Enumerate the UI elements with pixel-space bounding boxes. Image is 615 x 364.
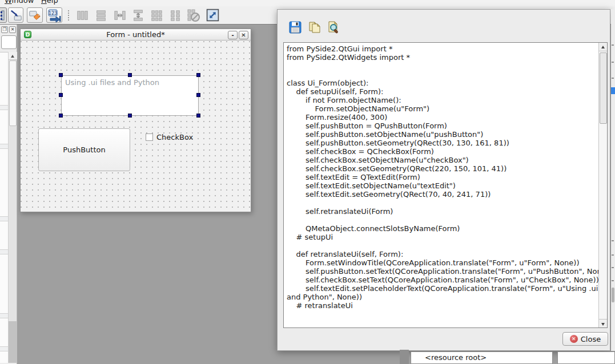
form-titlebar[interactable]: D Form - untitled* - ✕ [21, 29, 251, 41]
form-canvas[interactable]: Using .ui files and Python PushButton Ch… [21, 41, 251, 212]
code-line: class Ui_Form(object): [287, 79, 599, 87]
widget-category-row[interactable] [0, 216, 8, 221]
checkbox-widget[interactable]: CheckBox [146, 133, 193, 141]
edit-widgets-button[interactable] [0, 7, 7, 23]
scroll-up-icon[interactable] [599, 43, 608, 51]
pushbutton-widget[interactable]: PushButton [38, 128, 130, 171]
code-line: from PySide2.QtGui import * [287, 45, 599, 53]
scrollbar-thumb[interactable] [9, 60, 17, 126]
selection-handle-top-left[interactable] [59, 73, 63, 77]
copy-icon [308, 21, 321, 34]
panel-close-button[interactable]: ✕ [9, 26, 16, 33]
lay-out-horizontally-button[interactable] [74, 7, 90, 23]
widget-category-row[interactable] [0, 249, 8, 254]
resource-root-item[interactable]: <resource root> [425, 353, 487, 362]
lay-out-horizontally-icon [76, 9, 89, 22]
close-button-label: Close [581, 335, 601, 343]
code-line [287, 62, 599, 70]
selection-handle-bottom-left[interactable] [59, 114, 63, 118]
code-line: self.checkBox.setText(QCoreApplication.t… [287, 276, 599, 284]
lay-out-vertically-button[interactable] [93, 7, 108, 23]
code-line: self.textEdit.setGeometry(QRect(70, 40, … [287, 190, 599, 199]
menubar: Window Help [0, 0, 615, 6]
code-line: self.textEdit.setObjectName(u"textEdit") [287, 181, 599, 190]
lay-out-in-form-layout-button[interactable] [167, 7, 183, 23]
find-button[interactable] [325, 19, 341, 35]
selection-handle-mid-left[interactable] [59, 93, 63, 97]
close-button[interactable]: Close [562, 332, 608, 346]
close-window-button[interactable]: ✕ [239, 31, 248, 39]
menu-help[interactable]: Help [41, 0, 58, 5]
lay-out-in-form-layout-icon [169, 9, 182, 22]
widget-box-scrollbar[interactable] [8, 52, 17, 363]
menu-window[interactable]: Window [5, 0, 34, 5]
widget-box-list[interactable] [0, 52, 8, 363]
selection-handle-bottom-right[interactable] [196, 114, 200, 118]
form-editor-window: D Form - untitled* - ✕ Using .ui files a… [20, 29, 251, 212]
code-line: self.pushButton.setObjectName(u"pushButt… [287, 130, 599, 139]
minimize-button[interactable]: - [228, 31, 238, 39]
code-line: self.retranslateUi(Form) [287, 207, 599, 216]
code-line: self.pushButton = QPushButton(Form) [287, 122, 599, 130]
scrollbar-track[interactable] [9, 321, 17, 363]
lay-out-vertically-icon [95, 9, 107, 22]
find-icon [327, 21, 340, 34]
lay-out-vertically-in-splitter-button[interactable] [130, 7, 146, 23]
adjust-size-icon [206, 8, 220, 22]
code-line: def setupUi(self, Form): [287, 87, 599, 96]
code-line: self.textEdit.setPlaceholderText(QCoreAp… [287, 284, 599, 293]
edit-signals-slots-button[interactable] [8, 7, 23, 23]
code-line: QMetaObject.connectSlotsByName(Form) [287, 224, 599, 233]
code-line [287, 199, 599, 207]
code-line: self.textEdit = QTextEdit(Form) [287, 173, 599, 181]
close-icon [570, 335, 578, 343]
right-panel-scroll-thumb[interactable] [612, 288, 614, 302]
selection-handle-top-right[interactable] [196, 73, 200, 77]
panel-float-button[interactable]: ❐ [1, 26, 8, 33]
scroll-down-icon[interactable] [599, 319, 608, 327]
form-window-title: Form - untitled* [21, 30, 251, 39]
resource-detail-pane[interactable] [557, 351, 615, 364]
qt-designer-screen: Window Help 123 [0, 0, 615, 364]
lay-out-in-grid-button[interactable] [148, 7, 164, 23]
selection-handle-mid-right[interactable] [196, 93, 200, 97]
widget-category-row[interactable] [0, 313, 8, 318]
textedit-widget[interactable]: Using .ui files and Python [61, 75, 199, 116]
code-line [287, 216, 599, 224]
widget-category-row[interactable] [0, 144, 8, 149]
textedit-placeholder: Using .ui files and Python [65, 78, 159, 87]
resource-tree[interactable]: <resource root> [411, 351, 553, 364]
copy-button[interactable] [307, 19, 323, 35]
pushbutton-label: PushButton [63, 145, 105, 154]
code-line: # retranslateUi [287, 301, 599, 310]
lay-out-in-grid-icon [150, 9, 163, 22]
edit-signals-slots-icon [10, 9, 22, 22]
selection-handle-top-mid[interactable] [128, 73, 132, 77]
lay-out-horizontally-in-splitter-button[interactable] [112, 7, 127, 23]
code-line: Form.setWindowTitle(QCoreApplication.tra… [287, 258, 599, 267]
code-line: self.checkBox.setGeometry(QRect(220, 150… [287, 164, 599, 173]
widget-category-row[interactable] [0, 346, 8, 351]
edit-buddies-button[interactable] [27, 7, 43, 23]
break-layout-icon [187, 9, 200, 22]
code-line: # setupUi [287, 233, 599, 241]
widget-category-row[interactable] [0, 105, 8, 110]
toolbar-separator [68, 10, 69, 21]
adjust-size-button[interactable] [204, 7, 221, 23]
save-button[interactable] [287, 19, 303, 35]
code-scrollbar[interactable] [598, 43, 607, 327]
code-line [287, 241, 599, 250]
edit-tab-order-icon: 123 [47, 9, 61, 22]
scrollbar-thumb[interactable] [600, 52, 607, 124]
edit-buddies-icon [29, 9, 41, 22]
selection-handle-bottom-mid[interactable] [128, 114, 132, 118]
scroll-up-icon[interactable] [9, 52, 17, 60]
code-line: and Python", None)) [287, 293, 599, 301]
code-view[interactable]: from PySide2.QtGui import *from PySide2.… [283, 42, 608, 328]
code-line: self.pushButton.setText(QCoreApplication… [287, 267, 599, 276]
checkbox-box-icon[interactable] [146, 134, 153, 141]
break-layout-button[interactable] [186, 7, 202, 23]
edit-tab-order-button[interactable]: 123 [46, 7, 62, 23]
lay-out-vertically-in-splitter-icon [132, 9, 144, 22]
widget-filter-input[interactable] [1, 35, 17, 49]
